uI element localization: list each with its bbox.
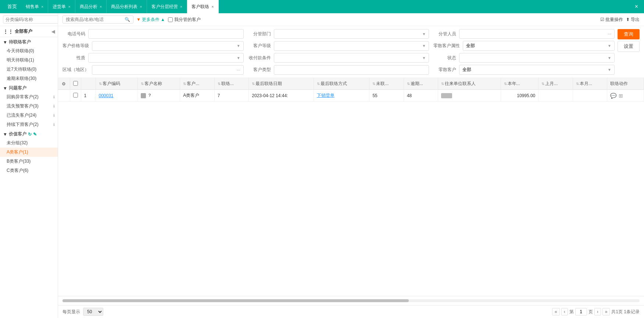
sidebar-item-today[interactable]: 今天待联络(0) [0,46,58,56]
value-customer-group[interactable]: ▼ 价值客户 ↻ ✎ [0,129,58,138]
row-seq: 1 [81,90,96,102]
payment-select[interactable]: ▼ [274,53,429,63]
nav-tab-analysis[interactable]: 商品分析 × [75,0,107,13]
contact-col-header[interactable]: ⇅联络... [214,78,249,90]
next-page-btn[interactable]: › [594,308,601,315]
refresh-icon[interactable]: ↻ [28,132,32,137]
filter-bar: 🔍 ▼ 更多条件 ▲ 我分管的客户 ☑ 批量操作 ⬆ 导出 [58,13,644,26]
overdue-col-header[interactable]: ⇅逾期... [404,78,438,90]
row-level: A类客户 [180,90,215,102]
sidebar-item-ungroup[interactable]: 未分组(32) [0,138,58,148]
main-layout: 🔍 ⋮⋮ 全部客户 ◀ ▼ 待联络客户 今天待联络(0) 明天待联络(1) 近7… [0,13,644,318]
this-month-col-header[interactable]: ⇅本月... [573,78,607,90]
person-select[interactable]: ··· [459,29,615,39]
nav-tab-analysis-list[interactable]: 商品分析列表 × [107,0,147,13]
sidebar-item-a-class[interactable]: A类客户(1) [0,148,58,157]
no-contact-col-header[interactable]: ⇅未联... [369,78,404,90]
filter-btn-area: 查询 设置 [615,29,640,75]
scrollbar-thumb[interactable] [62,299,409,302]
nature-select[interactable]: ▼ [88,53,244,63]
cust-type-input[interactable] [274,65,429,75]
close-sales-tab[interactable]: × [41,4,43,9]
sidebar-item-overdue[interactable]: 逾期未联络(30) [0,74,58,83]
close-analysis-list-tab[interactable]: × [140,4,142,9]
prev-contact-col-header[interactable]: ⇅往来单位联系人 [438,78,501,90]
export-btn[interactable]: ⬆ 导出 [626,17,640,23]
select-all-checkbox[interactable] [73,81,78,86]
sidebar-item-churned[interactable]: 已流失客户(24) ℹ [0,111,58,120]
code-col-header[interactable]: ⇅客户编码 [96,78,138,90]
sidebar-search-input[interactable] [3,15,58,24]
row-last-method[interactable]: 下销货单 [314,90,369,102]
pending-contact-group[interactable]: ▼ 待联络客户 [0,37,58,46]
last-month-col-header[interactable]: ⇅上月... [539,78,573,90]
filter-status: 状态 ▼ [433,53,615,63]
row-action: 💬 ⊞ [607,90,644,102]
sidebar-item-c-class[interactable]: C类客户(6) [0,166,58,175]
prev-page-btn[interactable]: ‹ [561,308,568,315]
retail-cust-label: 零散客户 [433,67,459,73]
sidebar-item-abnormal[interactable]: 回购异常客户(2) ℹ [0,92,58,102]
edit-icon[interactable]: ✎ [33,132,37,137]
settings-col-header[interactable]: ⚙ [58,78,70,90]
nav-tab-customer-mgmt[interactable]: 客户分层经营 × [147,0,187,13]
first-page-btn[interactable]: « [552,308,560,315]
footer-nav: « ‹ 第 页 › » 共1页 1条记录 [552,308,640,315]
chat-icon[interactable]: 💬 [610,93,616,99]
row-this-month [573,90,607,102]
close-analysis-tab[interactable]: × [100,4,102,9]
filter-search-input[interactable] [66,17,125,22]
qr-icon[interactable]: ⊞ [619,93,623,99]
sidebar-item-tomorrow[interactable]: 明天待联络(1) [0,56,58,65]
filter-row-1: 电话号码 分管部门 ▼ 分管人员 [62,29,615,39]
last-method-col-header[interactable]: ⇅最后联络方式 [314,78,369,90]
last-date-col-header[interactable]: ⇅最后联络日期 [249,78,314,90]
this-year-col-header[interactable]: ⇅本年... [501,78,539,90]
nav-tab-sales[interactable]: 销售单 × [21,0,48,13]
nav-tab-customer-contact[interactable]: 客户联络 × [187,0,218,13]
cust-grade-caret: ▼ [422,44,426,48]
setting-button[interactable]: 设置 [618,41,640,52]
close-customer-contact-tab[interactable]: × [211,4,214,9]
sidebar-item-declining[interactable]: 持续下滑客户(2) ℹ [0,120,58,129]
collapse-icon[interactable]: ◀ [51,29,55,34]
person-label: 分管人员 [433,31,459,37]
name-col-header[interactable]: ⇅客户名称 [138,78,180,90]
sidebar-item-churn-warning[interactable]: 流失预警客户(3) ℹ [0,102,58,111]
all-customers-label: 全部客户 [15,28,32,35]
checkbox-col-header[interactable] [70,78,81,90]
status-select[interactable]: ▼ [459,53,615,63]
close-all-button[interactable]: × [632,3,641,10]
row-code[interactable]: 000031 [96,90,138,102]
page-input[interactable] [575,308,587,315]
retail-cust-select[interactable]: 全部 ▼ [459,65,615,75]
cust-grade-select[interactable]: ▼ [274,41,429,51]
level-col-header[interactable]: ⇅客户... [180,78,215,90]
filter-bar-right: ☑ 批量操作 ⬆ 导出 [600,17,640,23]
my-customers-checkbox[interactable]: 我分管的客户 [168,17,201,23]
row-checkbox[interactable] [70,90,81,102]
nav-home[interactable]: 首页 [3,3,21,10]
retail-attr-select[interactable]: 全部 ▼ [463,41,615,51]
last-page-btn[interactable]: » [602,308,610,315]
problem-customer-group[interactable]: ▼ 问题客户 [0,83,58,92]
query-button[interactable]: 查询 [618,29,640,39]
sidebar-item-b-class[interactable]: B类客户(33) [0,157,58,166]
close-customer-mgmt-tab[interactable]: × [180,4,182,9]
nav-tab-purchase[interactable]: 进货单 × [48,0,75,13]
sidebar: 🔍 ⋮⋮ 全部客户 ◀ ▼ 待联络客户 今天待联络(0) 明天待联络(1) 近7… [0,13,58,318]
close-purchase-tab[interactable]: × [68,4,70,9]
dept-select[interactable]: ▼ [274,29,429,39]
price-grade-select[interactable]: ▼ [92,41,244,51]
filter-search-icon[interactable]: 🔍 [125,17,130,22]
all-customers-header[interactable]: ⋮⋮ 全部客户 ◀ [0,26,58,37]
region-select[interactable]: ··· [92,65,244,75]
sidebar-item-7days[interactable]: 近7天待联络(0) [0,65,58,74]
phone-input[interactable] [88,29,244,39]
per-page-select[interactable]: 50 100 200 [83,308,103,316]
my-customers-check[interactable] [168,17,173,22]
row-check[interactable] [73,93,78,98]
filter-more-btn[interactable]: ▼ 更多条件 ▲ [136,17,165,23]
horizontal-scrollbar[interactable] [62,299,640,302]
batch-op-btn[interactable]: ☑ 批量操作 [600,17,623,23]
